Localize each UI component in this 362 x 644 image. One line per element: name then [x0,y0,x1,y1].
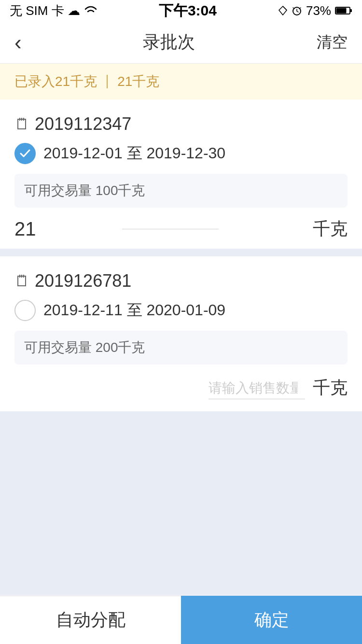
radio-selected-1[interactable] [14,143,36,164]
alarm-icon [292,5,302,16]
radio-unselected-2[interactable] [14,300,36,321]
info-value: 21千克 [117,72,159,91]
value-row-1: 21 千克 [0,208,362,249]
wifi-icon [84,5,97,16]
auto-distribute-button[interactable]: 自动分配 [0,596,181,644]
batch-date-row-2[interactable]: 2019-12-11 至 2020-01-09 [14,300,348,321]
input-row-2: 千克 [0,364,362,411]
clear-button[interactable]: 清空 [317,32,348,53]
unit-label-2: 千克 [313,376,348,400]
value-separator-1 [122,229,219,229]
page-title: 录批次 [143,30,195,54]
status-time: 下午3:04 [159,1,217,21]
batch-date-row-1[interactable]: 2019-12-01 至 2019-12-30 [14,143,348,164]
info-banner: 已录入21千克 21千克 [0,64,362,99]
batch-icon-1: 🗒 [14,115,30,133]
batch-card-1: 🗒 2019112347 2019-12-01 至 2019-12-30 可用交… [0,99,362,208]
svg-rect-2 [350,9,352,12]
batch-id-1: 2019112347 [35,114,131,134]
quantity-value-1: 21 [14,218,36,240]
status-right: 73% [278,3,352,18]
card-separator [0,249,362,256]
no-sim-text: 无 SIM 卡 ☁ [10,2,80,19]
unit-label-1: 千克 [313,217,348,241]
battery-text: 73% [306,3,331,18]
batch-card-2: 🗒 2019126781 2019-12-11 至 2020-01-09 可用交… [0,256,362,364]
battery-icon [335,6,352,15]
input-underline-2 [209,399,305,399]
nav-bar: ‹ 录批次 清空 [0,21,362,64]
back-button[interactable]: ‹ [14,32,22,53]
quantity-input-2[interactable] [209,377,305,397]
available-box-1: 可用交易量 100千克 [14,174,348,208]
svg-rect-3 [336,8,347,14]
available-box-2: 可用交易量 200千克 [14,331,348,364]
page-content: 已录入21千克 21千克 🗒 2019112347 2019-12-01 至 2… [0,64,362,643]
batch-id-2: 2019126781 [35,271,131,291]
batch-header-1: 🗒 2019112347 [14,114,348,134]
confirm-button[interactable]: 确定 [181,596,362,644]
status-bar: 无 SIM 卡 ☁ 下午3:04 73% [0,0,362,21]
bottom-bar: 自动分配 确定 [0,596,362,644]
info-divider [107,75,108,88]
batch-icon-2: 🗒 [14,272,30,290]
recorded-label: 已录入21千克 [14,72,97,91]
input-wrap-2[interactable] [209,377,305,399]
batch-date-2: 2019-12-11 至 2020-01-09 [43,300,225,321]
bottom-empty [0,411,362,595]
location-icon [278,5,288,16]
status-left: 无 SIM 卡 ☁ [10,2,97,19]
batch-header-2: 🗒 2019126781 [14,271,348,291]
batch-date-1: 2019-12-01 至 2019-12-30 [43,143,225,164]
